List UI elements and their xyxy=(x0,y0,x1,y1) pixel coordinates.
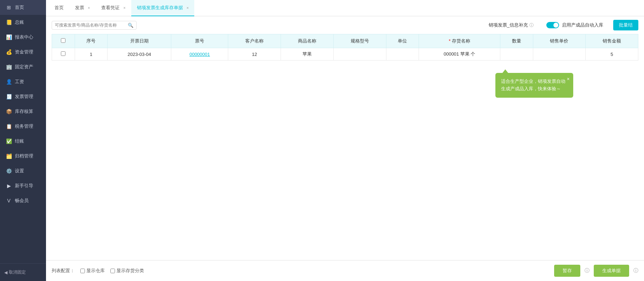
ledger-icon: 📒 xyxy=(6,19,12,25)
sidebar-item-guide[interactable]: ▶ 新手引导 xyxy=(0,178,46,193)
pin-icon: ◀ xyxy=(4,270,7,275)
main-area: 首页 发票 × 查看凭证 × 销项发票生成库存单据 × 🔍 销项发票_信息补充 … xyxy=(46,0,644,281)
info-help-icon[interactable]: ⓘ xyxy=(529,22,534,28)
batch-button[interactable]: 批量结 xyxy=(613,20,638,30)
col-inventory: 存货名称 xyxy=(419,34,500,48)
cell-spec xyxy=(333,48,386,61)
vip-icon: V xyxy=(6,197,12,204)
sidebar-item-settlement[interactable]: ✅ 结账 xyxy=(0,134,46,149)
col-product: 商品名称 xyxy=(281,34,334,48)
tab-cancel-invoice[interactable]: 销项发票生成库存单据 × xyxy=(131,0,194,16)
col-date: 开票日期 xyxy=(108,34,171,48)
sidebar-bottom: ◀ 取消固定 xyxy=(0,263,46,281)
generate-button[interactable]: 生成单据 xyxy=(594,265,629,277)
page-body: 🔍 销项发票_信息补充 ⓘ 启用产成品自动入库 批量结 xyxy=(46,16,644,281)
inventory-icon: 📦 xyxy=(6,108,12,115)
archive-icon: 🗂️ xyxy=(6,153,12,159)
tab-home[interactable]: 首页 xyxy=(49,0,69,16)
tab-cancel-invoice-close[interactable]: × xyxy=(186,6,189,10)
col-customer: 客户名称 xyxy=(228,34,281,48)
tooltip-close-button[interactable]: × xyxy=(567,75,570,83)
show-category-checkbox[interactable]: 显示存货分类 xyxy=(110,268,144,274)
row-checkbox[interactable] xyxy=(61,51,65,56)
settings-icon: ⚙️ xyxy=(6,168,12,174)
cell-amount: 5 xyxy=(586,48,638,61)
funds-icon: 💰 xyxy=(6,49,12,55)
cell-seq: 1 xyxy=(75,48,108,61)
tab-invoice-close[interactable]: × xyxy=(88,6,90,10)
show-warehouse-checkbox[interactable]: 显示仓库 xyxy=(80,268,105,274)
unpin-button[interactable]: ◀ 取消固定 xyxy=(0,266,46,278)
cell-unit-price xyxy=(533,48,586,61)
fixed-assets-icon: 🏢 xyxy=(6,64,12,70)
reports-icon: 📊 xyxy=(6,34,12,40)
data-table: 序号 开票日期 票号 客户名称 商品名称 规格型号 单位 存货名称 数量 销售单… xyxy=(52,34,638,61)
col-amount: 销售金额 xyxy=(586,34,638,48)
search-box[interactable]: 🔍 xyxy=(52,21,137,30)
col-unit: 单位 xyxy=(386,34,419,48)
col-seq: 序号 xyxy=(75,34,108,48)
tooltip-arrow xyxy=(502,69,508,73)
sidebar-item-fixed-assets[interactable]: 🏢 固定资产 xyxy=(0,59,46,74)
cell-inventory: 000001 苹果 个 xyxy=(419,48,500,61)
sidebar-item-tax[interactable]: 📋 税务管理 xyxy=(0,119,46,134)
tab-bar: 首页 发票 × 查看凭证 × 销项发票生成库存单据 × xyxy=(46,0,644,16)
sidebar-item-home[interactable]: ⊞ 首页 xyxy=(0,0,46,15)
save-help-icon[interactable]: ⓘ xyxy=(585,268,590,274)
toggle-area: 启用产成品自动入库 xyxy=(546,22,603,28)
cell-number[interactable]: 00000001 xyxy=(171,48,228,61)
info-label: 销项发票_信息补充 ⓘ xyxy=(489,22,534,28)
auto-warehousing-toggle[interactable] xyxy=(546,22,559,28)
col-quantity: 数量 xyxy=(500,34,533,48)
invoice-mgmt-icon: 🧾 xyxy=(6,93,12,100)
table-header-row: 序号 开票日期 票号 客户名称 商品名称 规格型号 单位 存货名称 数量 销售单… xyxy=(52,34,638,48)
home-icon: ⊞ xyxy=(6,4,12,11)
col-spec: 规格型号 xyxy=(333,34,386,48)
guide-icon: ▶ xyxy=(6,183,12,189)
sidebar-item-inventory[interactable]: 📦 库存核算 xyxy=(0,104,46,119)
save-button[interactable]: 暂存 xyxy=(554,265,580,277)
bottom-bar: 列表配置： 显示仓库 显示存货分类 暂存 ⓘ 生成单据 ⓘ xyxy=(46,260,644,281)
sidebar-item-archive[interactable]: 🗂️ 归档管理 xyxy=(0,149,46,164)
hr-icon: 👤 xyxy=(6,79,12,85)
cell-product: 苹果 xyxy=(281,48,334,61)
sidebar-item-funds[interactable]: 💰 资金管理 xyxy=(0,45,46,59)
search-icon: 🔍 xyxy=(128,23,133,28)
cell-unit xyxy=(386,48,419,61)
bottom-actions: 暂存 ⓘ 生成单据 ⓘ xyxy=(554,265,638,277)
sidebar-item-hr[interactable]: 👤 工资 xyxy=(0,74,46,89)
tooltip-box: × 适合生产型企业，销项发票自动生成产成品入库，快来体验～ xyxy=(495,73,573,98)
table-row: 1 2023-03-04 00000001 12 苹果 000001 苹果 个 … xyxy=(52,48,638,61)
sidebar: ⊞ 首页 📒 总账 📊 报表中心 💰 资金管理 🏢 固定资产 👤 工资 🧾 发票… xyxy=(0,0,46,281)
col-checkbox xyxy=(52,34,75,48)
sidebar-item-invoice-mgmt[interactable]: 🧾 发票管理 xyxy=(0,89,46,104)
cell-date: 2023-03-04 xyxy=(108,48,171,61)
cell-customer: 12 xyxy=(228,48,281,61)
tab-view-voucher-close[interactable]: × xyxy=(123,6,125,10)
sidebar-item-vip[interactable]: V 畅会员 xyxy=(0,193,46,208)
col-unit-price: 销售单价 xyxy=(533,34,586,48)
table-wrapper: 序号 开票日期 票号 客户名称 商品名称 规格型号 单位 存货名称 数量 销售单… xyxy=(46,34,644,260)
tab-invoice[interactable]: 发票 × xyxy=(69,0,96,16)
generate-help-icon[interactable]: ⓘ xyxy=(633,268,638,274)
tab-view-voucher[interactable]: 查看凭证 × xyxy=(96,0,131,16)
select-all-checkbox[interactable] xyxy=(61,38,65,43)
sidebar-item-settings[interactable]: ⚙️ 设置 xyxy=(0,164,46,178)
toolbar: 🔍 销项发票_信息补充 ⓘ 启用产成品自动入库 批量结 xyxy=(46,16,644,34)
sidebar-item-ledger[interactable]: 📒 总账 xyxy=(0,15,46,30)
settlement-icon: ✅ xyxy=(6,138,12,144)
search-input[interactable] xyxy=(55,23,128,28)
sidebar-item-reports[interactable]: 📊 报表中心 xyxy=(0,30,46,45)
cell-checkbox xyxy=(52,48,75,61)
cell-quantity xyxy=(500,48,533,61)
tax-icon: 📋 xyxy=(6,123,12,130)
col-number: 票号 xyxy=(171,34,228,48)
